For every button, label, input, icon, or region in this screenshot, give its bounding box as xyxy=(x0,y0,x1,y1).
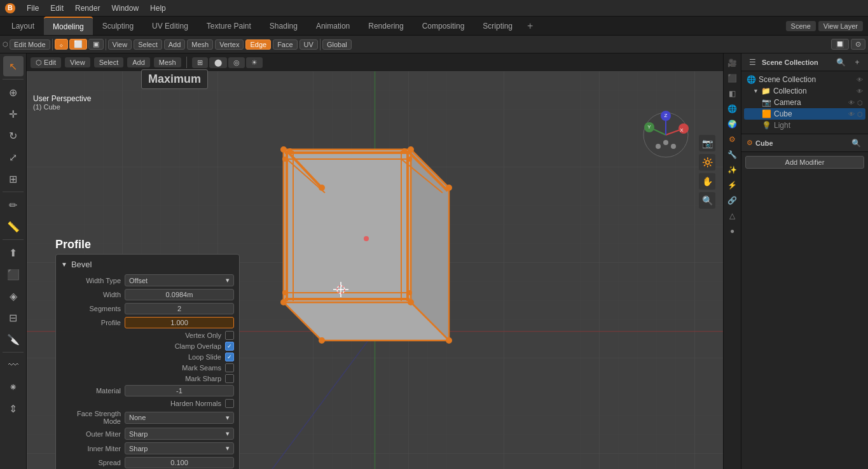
select-btn[interactable]: Select xyxy=(134,39,162,50)
ri-constraints[interactable]: 🔗 xyxy=(726,193,740,207)
props-filter[interactable]: 🔍 xyxy=(849,136,863,150)
face-btn[interactable]: Face xyxy=(273,39,297,50)
tab-texture-paint[interactable]: Texture Paint xyxy=(198,17,260,35)
add-btn[interactable]: Add xyxy=(164,39,186,50)
camera-render-vis[interactable]: ⬡ xyxy=(857,99,863,106)
vertex-btn[interactable]: Vertex xyxy=(215,39,244,50)
camera-vis[interactable]: 👁 xyxy=(848,99,855,106)
mesh-btn[interactable]: Mesh xyxy=(187,39,213,50)
cube-render-vis[interactable]: ⬡ xyxy=(857,111,863,118)
ri-modifier[interactable]: 🔧 xyxy=(726,148,740,162)
vp-select-btn[interactable]: Select xyxy=(94,57,124,67)
tool-transform[interactable]: ⊞ xyxy=(3,169,24,189)
tab-shading[interactable]: Shading xyxy=(261,17,307,35)
tool-move[interactable]: ✛ xyxy=(3,104,24,124)
blender-logo[interactable]: B xyxy=(4,2,17,15)
viewport[interactable]: ⬡ Edit View Select Add Mesh ⊞ ⬤ ◎ ☀ xyxy=(27,53,723,469)
tool-annotate[interactable]: ✏ xyxy=(3,195,24,215)
shading-material[interactable]: ◎ xyxy=(228,57,245,68)
loop-slide-cb[interactable]: ✓ xyxy=(225,353,234,361)
outliner-camera[interactable]: 📷 Camera 👁 ⬡ xyxy=(744,97,865,108)
overlay-btn[interactable]: ⊞ xyxy=(192,57,208,68)
scene-vis[interactable]: 👁 xyxy=(857,76,863,83)
tab-rendering[interactable]: Rendering xyxy=(359,17,412,35)
tool-smooth[interactable]: 〰 xyxy=(3,355,24,375)
edge-btn[interactable]: Edge xyxy=(245,39,271,50)
tool-loop-cut[interactable]: ⊟ xyxy=(3,307,24,328)
render-tool[interactable]: 🔆 xyxy=(699,154,715,171)
ri-object[interactable]: ⚙ xyxy=(726,132,740,146)
tool-push-pull[interactable]: ⇕ xyxy=(3,398,24,419)
profile-field[interactable]: 1.000 xyxy=(125,317,234,328)
vertex-only-cb[interactable] xyxy=(225,331,234,340)
outliner-cube[interactable]: 🟧 Cube 👁 ⬡ xyxy=(744,108,865,120)
inner-miter-dropdown[interactable]: Sharp xyxy=(125,442,234,454)
harden-normals-cb[interactable] xyxy=(225,399,234,408)
tool-cursor[interactable]: ⊕ xyxy=(3,82,24,102)
tool-extrude[interactable]: ⬆ xyxy=(3,242,24,263)
vp-mode-menu[interactable]: ⬡ Edit xyxy=(31,57,61,68)
ri-world[interactable]: 🌍 xyxy=(726,117,740,131)
mesh-vert-btn[interactable]: ⬦ xyxy=(55,39,68,50)
ri-physics[interactable]: ⚡ xyxy=(726,178,740,192)
outliner-add-btn[interactable]: + xyxy=(850,55,864,69)
tab-sculpting[interactable]: Sculpting xyxy=(93,17,142,35)
proportional-btn[interactable]: ⊙ xyxy=(851,39,865,50)
menu-file[interactable]: File xyxy=(22,3,44,14)
tool-knife[interactable]: 🔪 xyxy=(3,329,24,349)
camera-tool[interactable]: 📷 xyxy=(699,135,715,151)
menu-render[interactable]: Render xyxy=(70,3,105,14)
menu-help[interactable]: Help xyxy=(145,3,171,14)
outer-miter-dropdown[interactable]: Sharp xyxy=(125,428,234,440)
vp-add-btn[interactable]: Add xyxy=(127,57,150,67)
cube-vis[interactable]: 👁 xyxy=(848,111,855,118)
ri-particles[interactable]: ✨ xyxy=(726,163,740,177)
vp-view-btn[interactable]: View xyxy=(65,57,90,67)
outliner-light[interactable]: 💡 Light xyxy=(744,120,865,131)
clamp-overlap-cb[interactable]: ✓ xyxy=(225,342,234,351)
tool-scale[interactable]: ⤢ xyxy=(3,147,24,167)
zoom-tool[interactable]: 🔍 xyxy=(699,192,715,209)
navigation-gizmo[interactable]: X Y Z xyxy=(640,109,691,160)
shading-render[interactable]: ☀ xyxy=(246,57,263,68)
tab-animation[interactable]: Animation xyxy=(307,17,359,35)
tool-randomize[interactable]: ⁕ xyxy=(3,377,24,397)
outliner-search-btn[interactable]: 🔍 xyxy=(834,55,848,69)
tool-inset[interactable]: ⬛ xyxy=(3,264,24,284)
shading-solid[interactable]: ⬤ xyxy=(209,57,227,68)
mark-seams-cb[interactable] xyxy=(225,363,234,372)
segments-field[interactable]: 2 xyxy=(125,303,234,314)
width-field[interactable]: 0.0984m xyxy=(125,289,234,300)
face-strength-dropdown[interactable]: None xyxy=(125,412,234,424)
spread-field[interactable]: 0.100 xyxy=(125,457,234,468)
tab-add[interactable]: + xyxy=(522,17,538,35)
scene-selector[interactable]: Scene xyxy=(786,21,816,31)
tab-scripting[interactable]: Scripting xyxy=(474,17,521,35)
tool-bevel[interactable]: ◈ xyxy=(3,286,24,306)
tool-select[interactable]: ↖ xyxy=(3,56,24,76)
mode-selector[interactable]: Edit Mode xyxy=(10,39,50,50)
ri-material[interactable]: ● xyxy=(726,224,740,238)
tab-compositing[interactable]: Compositing xyxy=(413,17,474,35)
vp-mesh-btn[interactable]: Mesh xyxy=(154,57,181,67)
tab-layout[interactable]: Layout xyxy=(3,17,43,35)
collection-vis[interactable]: 👁 xyxy=(857,88,863,95)
view-layer-label[interactable]: View Layer xyxy=(818,21,863,31)
ri-output[interactable]: ⬛ xyxy=(726,71,740,85)
transform-btn[interactable]: Global xyxy=(322,39,352,50)
tab-uv-editing[interactable]: UV Editing xyxy=(143,17,197,35)
outliner-filter-btn[interactable]: ☰ xyxy=(745,55,759,69)
pan-tool[interactable]: ✋ xyxy=(699,173,715,190)
outliner-scene-collection[interactable]: 🌐 Scene Collection 👁 xyxy=(744,74,865,85)
menu-edit[interactable]: Edit xyxy=(45,3,69,14)
ri-scene[interactable]: 🌐 xyxy=(726,102,740,116)
menu-window[interactable]: Window xyxy=(106,3,144,14)
mesh-edge-btn[interactable]: ⬜ xyxy=(69,39,87,50)
ri-object-data[interactable]: △ xyxy=(726,209,740,223)
material-field[interactable]: -1 xyxy=(125,385,234,396)
mesh-face-btn[interactable]: ▣ xyxy=(88,39,104,50)
mark-sharp-cb[interactable] xyxy=(225,374,234,383)
tab-modeling[interactable]: Modeling xyxy=(44,17,93,35)
tool-measure[interactable]: 📏 xyxy=(3,216,24,237)
outliner-collection[interactable]: ▼ 📁 Collection 👁 xyxy=(744,85,865,97)
